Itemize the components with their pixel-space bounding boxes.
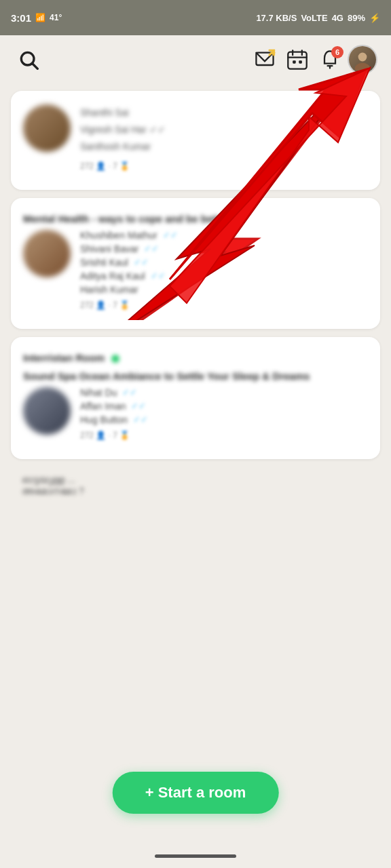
battery-display: 89% (348, 13, 365, 23)
compose-button[interactable]: ✦ (250, 45, 280, 75)
speed-indicator: 17.7 KB/S (256, 13, 297, 23)
nav-icons-right: ✦ 6 (250, 45, 377, 75)
card1-name3: Santhosh Kumar (80, 138, 368, 155)
card2-title: Mental Health - ways to cope and be bett… (23, 212, 368, 226)
card1-meta: 272 👤 · 7 🏅 (80, 161, 368, 171)
participant-2-name: Shivani Bavar (80, 243, 138, 254)
card3-participants: Nihat Du ✓✓ Affan Iman ✓✓ Hug Button ✓✓ … (80, 387, 368, 440)
participant-4: Aditya Raj Kaul ✓✓ (80, 271, 368, 281)
tick-icon-3-3: ✓✓ (133, 414, 148, 425)
start-room-button[interactable]: + Start a room (113, 772, 279, 814)
participant-5-name: Harish Kumar (80, 284, 138, 295)
bottom-line2: അഭമാനമോ ? (22, 486, 369, 497)
card3-room-name: Interristan Room (23, 352, 105, 363)
participant-3-2-name: Affan Iman (80, 401, 126, 412)
tick-icon-4: ✓✓ (151, 271, 166, 281)
svg-rect-10 (299, 60, 302, 64)
svg-point-14 (355, 63, 370, 71)
participant-3-1-name: Nihat Du (80, 387, 117, 398)
network-indicator: 4G (332, 13, 343, 23)
participant-3: Srishti Kaul ✓✓ (80, 257, 368, 268)
room-card-2[interactable]: Mental Health - ways to cope and be bett… (11, 198, 380, 329)
card1-name2: Vigresh Sai Har ✓✓ (80, 121, 368, 138)
card2-header: Khushiben Mathur ✓✓ Shivani Bavar ✓✓ Sri… (23, 230, 368, 310)
bottom-text: ഓട്ടയുള്ള ... അഭമാനമോ ? (11, 467, 380, 497)
card2-participants: Khushiben Mathur ✓✓ Shivani Bavar ✓✓ Sri… (80, 230, 368, 310)
card1-avatar (23, 104, 71, 152)
charging-icon: ⚡ (369, 13, 380, 23)
participant-3-2: Affan Iman ✓✓ (80, 401, 368, 412)
tick-icon-1: ✓✓ (163, 230, 178, 240)
participant-3-1: Nihat Du ✓✓ (80, 387, 368, 398)
tick-icon-3: ✓✓ (134, 257, 149, 267)
fab-container: + Start a room (113, 772, 279, 814)
participant-5: Harish Kumar (80, 284, 368, 295)
participant-3-3: Hug Button ✓✓ (80, 414, 368, 425)
search-button[interactable] (14, 45, 43, 75)
participant-4-name: Aditya Raj Kaul (80, 271, 145, 281)
participant-1-name: Khushiben Mathur (80, 230, 157, 241)
card3-avatar (23, 387, 71, 435)
main-content: Shanthi Sai Vigresh Sai Har ✓✓ Santhosh … (0, 84, 391, 504)
avatar-image (349, 46, 376, 73)
time-display: 3:01 (11, 12, 31, 24)
temp-display: 41° (50, 13, 62, 22)
sim-icon: 📶 (35, 13, 45, 22)
card3-title-line2: Sound Spa Ocean Ambiance to Settle Your … (23, 369, 368, 383)
status-time: 3:01 📶 41° (11, 12, 62, 24)
card2-meta: 272 👤 · 7 🏅 (80, 300, 368, 310)
card3-title-line1: Interristan Room (23, 351, 368, 365)
start-room-label: + Start a room (145, 784, 246, 802)
card2-avatar (23, 230, 71, 277)
svg-line-1 (33, 64, 37, 68)
user-avatar (348, 45, 377, 75)
status-indicators: 17.7 KB/S VoLTE 4G 89% ⚡ (256, 13, 380, 23)
notifications-button[interactable]: 6 (315, 45, 345, 75)
card1-name1: Shanthi Sai (80, 104, 368, 121)
participant-2: Shivani Bavar ✓✓ (80, 243, 368, 254)
participant-list-3: Nihat Du ✓✓ Affan Iman ✓✓ Hug Button ✓✓ (80, 387, 368, 425)
volte-indicator: VoLTE (301, 13, 327, 23)
room-card-3[interactable]: Interristan Room Sound Spa Ocean Ambianc… (11, 337, 380, 459)
nav-bar: ✦ 6 (0, 35, 391, 84)
sparkle-icon: ✦ (269, 47, 277, 58)
status-bar: 3:01 📶 41° 17.7 KB/S VoLTE 4G 89% ⚡ (0, 0, 391, 35)
participant-1: Khushiben Mathur ✓✓ (80, 230, 368, 241)
card3-meta: 272 👤 · 7 🏅 (80, 431, 368, 440)
profile-button[interactable] (348, 45, 377, 75)
card1-names: Shanthi Sai Vigresh Sai Har ✓✓ Santhosh … (80, 104, 368, 156)
participant-list-2: Khushiben Mathur ✓✓ Shivani Bavar ✓✓ Sri… (80, 230, 368, 295)
room-card-1[interactable]: Shanthi Sai Vigresh Sai Har ✓✓ Santhosh … (11, 91, 380, 190)
card3-header: Nihat Du ✓✓ Affan Iman ✓✓ Hug Button ✓✓ … (23, 387, 368, 440)
tick-icon-3-1: ✓✓ (122, 387, 137, 397)
bottom-line1: ഓട്ടയുള്ള ... (22, 474, 369, 486)
tick-icon-2: ✓✓ (144, 243, 159, 254)
home-indicator (155, 854, 236, 858)
card1-header: Shanthi Sai Vigresh Sai Har ✓✓ Santhosh … (23, 104, 368, 171)
notification-badge: 6 (331, 46, 343, 58)
participant-3-name: Srishti Kaul (80, 257, 128, 268)
live-indicator (111, 355, 119, 363)
participant-3-3-name: Hug Button (80, 414, 128, 425)
svg-point-13 (358, 53, 367, 62)
tick-icon-3-2: ✓✓ (131, 401, 146, 411)
svg-rect-9 (293, 60, 296, 64)
card1-content: Shanthi Sai Vigresh Sai Har ✓✓ Santhosh … (80, 104, 368, 171)
calendar-button[interactable] (282, 45, 312, 75)
svg-rect-5 (288, 52, 306, 69)
bottom-bar (0, 844, 391, 868)
